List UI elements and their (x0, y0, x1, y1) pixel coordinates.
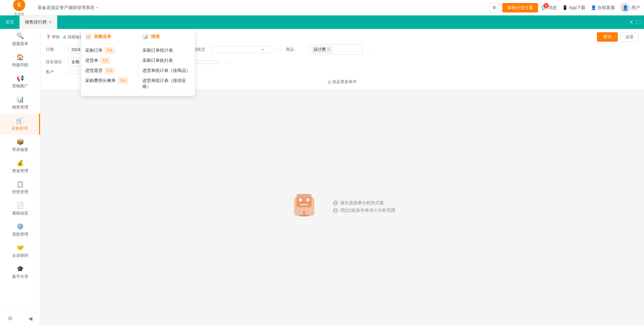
user-button[interactable]: 👤 用户 (620, 3, 640, 12)
dropdown-item-incoming[interactable]: 进货单 历史 (85, 55, 134, 66)
report-section-icon: 📊 (142, 33, 149, 40)
tab-home[interactable]: 首页 (0, 15, 20, 29)
collapse-label: 收起更多条件 (332, 79, 357, 85)
item-label: 采购订单统计表 (142, 47, 173, 53)
svg-rect-6 (299, 215, 309, 216)
step1-num: 1 (333, 200, 338, 206)
sidebar-item-basic-info[interactable]: 📄 基础信息 (0, 198, 40, 219)
app-download-button[interactable]: 📱 App下载 (562, 5, 585, 11)
logo: 6 标准版 (4, 0, 34, 16)
close-icon[interactable]: ✕ (629, 19, 633, 25)
sidebar-collapse-button[interactable]: ◀ (28, 315, 32, 322)
goods-tag-remove[interactable]: ✕ (327, 47, 330, 52)
sidebar-item-enterprise-label: 企业协同 (12, 253, 28, 258)
help-button[interactable]: ❓ 帮助 (46, 34, 60, 40)
dropdown-item-incoming-stats-goods[interactable]: 进货单统计表（按商品） (142, 66, 191, 76)
online-service-button[interactable]: 👤 在线客服 (591, 5, 615, 11)
enterprise-icon: 🤝 (16, 244, 24, 251)
app-download-label: App下载 (569, 5, 585, 11)
settings-button[interactable]: ⚙ (490, 3, 499, 12)
message-button[interactable]: 💬 5 消息 (541, 5, 557, 11)
status-arrow: ▾ (262, 48, 264, 51)
history-badge[interactable]: 历史 (105, 68, 115, 74)
sidebar-item-quick-nav[interactable]: 🏠 快捷导航 (0, 50, 40, 71)
dropdown-purchase-title: 🛒 采购业务 (85, 33, 134, 42)
dropdown-item-expense[interactable]: 采购费用分摊单 历史 (85, 76, 134, 86)
content-area: ❓ 帮助 🖨 按模板打印 ▾ ⬇ 导出 ↺ 刷新 (40, 29, 644, 325)
empty-state: 1 请先选择要分析的方案 2 用[过滤]条件来缩小分析范围 (40, 90, 644, 325)
history-badge[interactable]: 历史 (118, 78, 128, 84)
empty-step1: 1 请先选择要分析的方案 (333, 200, 395, 206)
empty-step2: 2 用[过滤]条件来缩小分析范围 (333, 207, 395, 213)
phone-icon: 📱 (562, 5, 568, 10)
dropdown-purchase-col: 🛒 采购业务 采购订单 历史 进货单 历史 进货退货 历史 (81, 33, 138, 92)
item-label: 采购订单执行表 (142, 57, 173, 64)
dropdown-item-return[interactable]: 进货退货 历史 (85, 66, 134, 76)
sidebar-item-finance[interactable]: 💰 资金管理 (0, 156, 40, 177)
dropdown-item-order-exec[interactable]: 采购订单执行表 (142, 55, 191, 66)
tab-home-label: 首页 (5, 19, 14, 25)
sidebar-settings-button[interactable]: ⚙ (8, 315, 12, 322)
main-layout: 🔍 搜索菜单 🏠 快捷导航 📢 营销推广 📊 销售管理 🛒 采购管理 📦 库存核… (0, 29, 644, 325)
finance-icon: 💰 (16, 159, 24, 167)
sidebar-item-marketing[interactable]: 📢 营销推广 (0, 71, 40, 92)
operations-icon: 📋 (16, 180, 24, 188)
app-title-text: 装备及固定资产辅助管理系统 (38, 5, 95, 11)
tabbar: 首页 销售排行榜 ✕ ✕ ⛶ (0, 15, 644, 29)
empty-illustration (289, 191, 323, 224)
sidebar-item-inventory[interactable]: 📦 库存核算 (0, 135, 40, 156)
tab-expand-controls: ✕ ⛶ (629, 19, 641, 25)
setting-button[interactable]: 设置 (620, 33, 639, 42)
search-icon: 🔍 (16, 32, 24, 40)
logo-icon: 6 (13, 0, 25, 11)
sidebar-item-marketing-label: 营销推广 (12, 83, 28, 89)
sidebar-item-system-label: 系统管理 (12, 232, 28, 237)
industry-button[interactable]: 体验行业方案 (502, 3, 538, 12)
sidebar-item-enterprise[interactable]: 🤝 企业协同 (0, 241, 40, 262)
empty-text: 1 请先选择要分析的方案 2 用[过滤]条件来缩小分析范围 (333, 200, 395, 215)
rank-label: 排名项目 (46, 59, 64, 65)
sidebar-item-finance-label: 资金管理 (12, 168, 28, 174)
dropdown-menu: 🛒 采购业务 采购订单 历史 进货单 历史 进货退货 历史 (81, 29, 195, 96)
guide-icon: 🎓 (16, 265, 24, 273)
sidebar-item-operations-label: 经营管理 (12, 189, 28, 195)
date-label: 日期 (46, 47, 64, 52)
inventory-icon: 📦 (16, 138, 24, 146)
sidebar-item-sales[interactable]: 📊 销售管理 (0, 92, 40, 114)
marketing-icon: 📢 (16, 75, 24, 82)
dropdown-report-col: 📊 报表 采购订单统计表 采购订单执行表 进货单统计表（按商品） 进货单统计表（… (138, 33, 195, 92)
status-select[interactable]: ▾ (212, 46, 272, 53)
query-button[interactable]: 查询 (597, 32, 618, 42)
goods-dots[interactable]: ··· (366, 47, 372, 52)
svg-point-2 (299, 198, 302, 202)
collapse-button[interactable]: ⋀ 收起更多条件 (328, 78, 357, 86)
history-badge[interactable]: 历史 (105, 47, 115, 53)
item-label: 进货单统计表（按供应商） (142, 78, 191, 90)
sidebar-item-system[interactable]: ⚙️ 系统管理 (0, 219, 40, 241)
dropdown-item-purchase-order[interactable]: 采购订单 历史 (85, 45, 134, 55)
dropdown-report-title: 📊 报表 (142, 33, 191, 42)
sidebar-item-search[interactable]: 🔍 搜索菜单 (0, 29, 40, 50)
step2-num: 2 (333, 208, 338, 213)
goods-input[interactable]: 设计费 ✕ (309, 44, 362, 55)
sidebar-item-purchase[interactable]: 🛒 采购管理 (0, 114, 40, 135)
sidebar-item-sales-label: 销售管理 (12, 105, 28, 110)
item-label: 采购费用分摊单 (85, 78, 116, 84)
status-dots[interactable]: ··· (276, 47, 282, 52)
goods-label: 商品 (286, 47, 305, 52)
avatar: 👤 (620, 3, 630, 12)
tab-sales-rank[interactable]: 销售排行榜 ✕ (20, 15, 57, 29)
sidebar-item-operations[interactable]: 📋 经营管理 (0, 177, 40, 198)
dropdown-item-order-stats[interactable]: 采购订单统计表 (142, 45, 191, 55)
purchase-icon: 🛒 (16, 117, 23, 124)
dropdown-item-incoming-stats-supplier[interactable]: 进货单统计表（按供应商） (142, 76, 191, 92)
sidebar-item-guide[interactable]: 🎓 新手引导 (0, 262, 40, 283)
history-badge[interactable]: 历史 (100, 57, 110, 64)
message-badge: 5 (543, 3, 549, 8)
item-label: 进货退货 (85, 68, 103, 74)
customer-label: 客户 (46, 69, 64, 75)
title-dropdown-arrow[interactable]: ▾ (97, 6, 98, 9)
expand-icon[interactable]: ⛶ (636, 19, 641, 25)
salesperson-dots[interactable]: ··· (223, 59, 229, 65)
tab-close-button[interactable]: ✕ (49, 20, 52, 25)
